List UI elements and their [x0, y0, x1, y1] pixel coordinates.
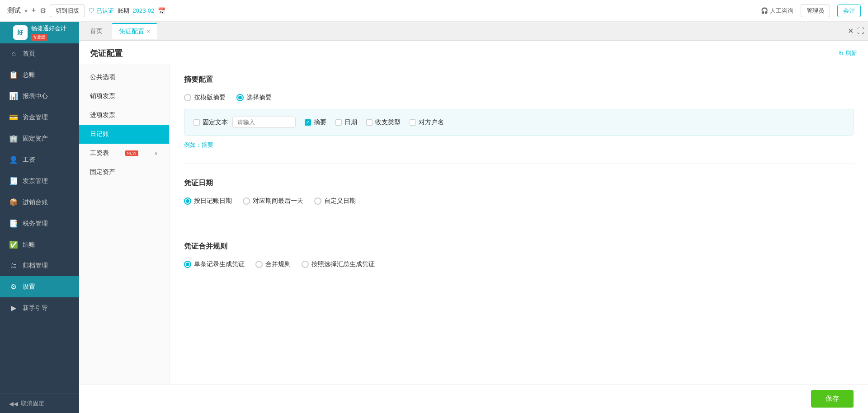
sidebar-item-archive[interactable]: 🗂 归档管理 [0, 255, 79, 276]
radio-single[interactable]: 单条记录生成凭证 [184, 260, 245, 268]
accountant-button[interactable]: 会计 [837, 5, 861, 17]
closing-icon: ✅ [9, 240, 18, 249]
sidebar-item-tax[interactable]: 📑 税务管理 [0, 213, 79, 234]
sidebar-label-archive: 归档管理 [23, 262, 48, 270]
shield-icon: 🛡 [89, 7, 94, 14]
settings-button[interactable]: ⚙ [40, 6, 46, 15]
sidebar-item-purchase[interactable]: 📦 进销台账 [0, 192, 79, 213]
logo-text-area: 畅捷通好会计 专业版 [31, 24, 66, 41]
radio-select-label: 选择摘要 [246, 94, 272, 102]
radio-template-summary[interactable]: 按模版摘要 [184, 94, 226, 102]
tab-bar-actions: ✕ ⛶ [848, 27, 864, 35]
checkbox-fixed-text[interactable]: 固定文本 [193, 118, 228, 127]
radio-custom-date-circle [314, 197, 321, 205]
cancel-pin-button[interactable]: ◀◀ 取消固定 [0, 394, 79, 413]
top-nav-right: 🎧 人工咨询 管理员 会计 [761, 5, 861, 17]
summary-checkbox-group: 固定文本 ✓ 摘要 日期 收支类型 [184, 109, 854, 136]
radio-single-label: 单条记录生成凭证 [194, 260, 245, 268]
sidebar-item-home[interactable]: ⌂ 首页 [0, 43, 79, 64]
radio-merge-rule-label: 合并规则 [265, 260, 291, 268]
left-menu-item-salary-table[interactable]: 工资表 NEW ∨ [79, 144, 169, 163]
radio-diary-date[interactable]: 按日记账日期 [184, 197, 232, 205]
refresh-button[interactable]: ↻ 刷新 [839, 49, 857, 57]
settings-nav-icon: ⚙ [9, 282, 18, 291]
checkbox-date[interactable]: 日期 [335, 118, 357, 127]
page-title: 凭证配置 [90, 48, 123, 59]
sidebar-item-reports[interactable]: 📊 报表中心 [0, 85, 79, 107]
left-menu-item-fixed-assets[interactable]: 固定资产 [79, 163, 169, 182]
reports-icon: 📊 [9, 92, 18, 100]
sidebar-label-assets: 固定资产 [23, 135, 48, 143]
left-menu-label-purchase-inv: 进项发票 [90, 111, 115, 118]
sidebar-item-salary[interactable]: 👤 工资 [0, 149, 79, 170]
example-text: 例如：摘要 [184, 141, 854, 149]
sidebar-item-assets[interactable]: 🏢 固定资产 [0, 128, 79, 149]
radio-merge-rule[interactable]: 合并规则 [255, 260, 291, 268]
sidebar-label-funds: 资金管理 [23, 113, 48, 122]
sidebar-label-guide: 新手引导 [23, 304, 48, 312]
calendar-icon[interactable]: 📅 [158, 7, 165, 14]
radio-custom-date-label: 自定义日期 [324, 197, 356, 205]
checkbox-income-type[interactable]: 收支类型 [366, 118, 401, 127]
left-menu-item-public[interactable]: 公共选项 [79, 68, 169, 87]
sidebar-item-settings[interactable]: ⚙ 设置 [0, 276, 79, 297]
left-menu-label-salary-table: 工资表 [90, 149, 109, 157]
sidebar-menu: ⌂ 首页 📋 总账 📊 报表中心 💳 资金管理 🏢 固定资产 👤 工资 [0, 43, 79, 394]
left-menu-item-purchase-inv[interactable]: 进项发票 [79, 106, 169, 125]
tab-bar: 首页 凭证配置 × ✕ ⛶ [79, 22, 868, 41]
sidebar-label-closing: 结账 [23, 241, 35, 249]
checkbox-fixed-text-box [193, 119, 200, 126]
manager-button[interactable]: 管理员 [801, 5, 830, 17]
old-version-button[interactable]: 切到旧版 [50, 5, 85, 17]
sidebar-label-tax: 税务管理 [23, 220, 48, 228]
salary-icon: 👤 [9, 155, 18, 164]
inner-layout: 公共选项 销项发票 进项发票 日记账 工资表 NEW ∨ [79, 64, 868, 384]
company-dropdown-icon[interactable]: ▾ [24, 7, 28, 14]
checkbox-fixed-text-label: 固定文本 [203, 118, 228, 127]
expand-button[interactable]: ⛶ [857, 27, 864, 35]
summary-radio-group: 按模版摘要 选择摘要 [184, 94, 854, 102]
consult-button[interactable]: 🎧 人工咨询 [761, 7, 793, 15]
chevron-down-icon: ∨ [154, 150, 158, 156]
archive-icon: 🗂 [9, 262, 18, 270]
company-name: 测试 [7, 6, 21, 15]
checkbox-income-type-box [366, 119, 373, 126]
certified-text: 已认证 [96, 7, 114, 15]
tab-close-icon[interactable]: × [147, 28, 150, 35]
checkbox-summary[interactable]: ✓ 摘要 [305, 118, 326, 127]
sidebar-item-ledger[interactable]: 📋 总账 [0, 64, 79, 85]
left-menu-item-diary[interactable]: 日记账 [79, 125, 169, 144]
top-nav: 测试 ▾ + ⚙ 切到旧版 🛡 已认证 账期 2023-02 📅 🎧 人工咨询 … [0, 0, 868, 22]
left-menu-item-sales[interactable]: 销项发票 [79, 87, 169, 106]
checkbox-counterpart[interactable]: 对方户名 [410, 118, 444, 127]
save-button[interactable]: 保存 [811, 390, 854, 408]
sidebar-logo: 好 畅捷通好会计 专业版 [0, 22, 79, 43]
radio-custom-date[interactable]: 自定义日期 [314, 197, 356, 205]
radio-select-summary[interactable]: 按照选择汇总生成凭证 [302, 260, 375, 268]
sidebar: 好 畅捷通好会计 专业版 ⌂ 首页 📋 总账 📊 报表中心 💳 资金管理 [0, 22, 79, 413]
close-window-button[interactable]: ✕ [848, 27, 854, 35]
assets-icon: 🏢 [9, 134, 18, 143]
add-button[interactable]: + [31, 6, 36, 15]
funds-icon: 💳 [9, 113, 18, 122]
checkbox-date-label: 日期 [344, 118, 357, 127]
cancel-pin-text: 取消固定 [21, 399, 44, 408]
logo-company-name: 畅捷通好会计 [31, 24, 66, 33]
tab-voucher-config[interactable]: 凭证配置 × [112, 23, 157, 39]
sidebar-item-guide[interactable]: ▶ 新手引导 [0, 297, 79, 319]
date-section-title: 凭证日期 [184, 178, 854, 188]
fixed-text-input[interactable] [232, 117, 296, 128]
sidebar-item-funds[interactable]: 💳 资金管理 [0, 107, 79, 128]
left-menu-label-public: 公共选项 [90, 73, 115, 80]
content-area: 首页 凭证配置 × ✕ ⛶ 凭证配置 ↻ 刷新 公共选项 [79, 22, 868, 413]
period-label: 账期 [118, 7, 129, 15]
radio-select-summary-label: 按照选择汇总生成凭证 [311, 260, 375, 268]
radio-last-day[interactable]: 对应期间最后一天 [243, 197, 303, 205]
date-section: 凭证日期 按日记账日期 对应期间最后一天 自定义日期 [184, 178, 854, 227]
sidebar-item-closing[interactable]: ✅ 结账 [0, 234, 79, 255]
sidebar-item-invoices[interactable]: 🧾 发票管理 [0, 170, 79, 192]
tax-icon: 📑 [9, 219, 18, 228]
merge-section: 凭证合并规则 单条记录生成凭证 合并规则 按照选择汇总生成凭证 [184, 242, 854, 290]
radio-select-summary[interactable]: 选择摘要 [236, 94, 272, 102]
tab-home[interactable]: 首页 [83, 23, 110, 39]
